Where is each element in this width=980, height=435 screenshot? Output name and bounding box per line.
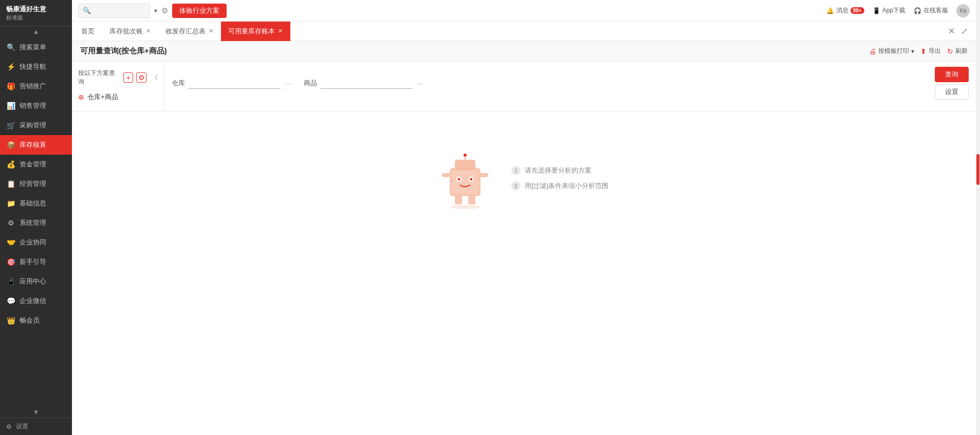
page-content: 可用量查询(按仓库+商品) 🖨 按模板打印 ▾ ⬆ 导出 ↻ 刷新 (72, 41, 976, 435)
scrollbar-thumb[interactable] (976, 154, 979, 185)
box-icon: 📦 (6, 140, 15, 149)
tab-available-ledger-label: 可用量库存账本 (228, 27, 275, 36)
message-btn[interactable]: 🔔 消息 99+ (826, 6, 864, 15)
right-scrollbar[interactable] (976, 0, 980, 435)
app-download-btn[interactable]: 📱 App下载 (873, 6, 905, 15)
tab-home[interactable]: 首页 (74, 22, 102, 41)
svg-point-5 (470, 178, 472, 181)
svg-rect-1 (452, 171, 478, 194)
topbar-dropdown[interactable]: ▾ (154, 7, 157, 14)
sidebar-item-marketing[interactable]: 🎁 营销推广 (0, 77, 72, 96)
sidebar-scroll-up[interactable]: ▲ (0, 26, 72, 37)
settings-btn[interactable]: 设置 (935, 84, 969, 100)
tab-collect-summary[interactable]: 收发存汇总表 ✕ (158, 22, 221, 41)
goods-more-btn[interactable]: ··· (416, 79, 426, 88)
gift-icon: 🎁 (6, 82, 15, 91)
sidebar-item-label: 基础信息 (20, 199, 46, 208)
user-name: Rit (959, 8, 966, 14)
sidebar-item-label: 搜索菜单 (20, 43, 46, 52)
query-left-panel: 按以下方案查询 + ⚙ 《 ⊕ 仓库+商品 (72, 62, 164, 111)
wechat-icon: 💬 (6, 296, 15, 306)
sidebar-item-label: 系统管理 (20, 218, 46, 228)
add-scheme-btn[interactable]: + (123, 72, 134, 83)
goods-field-label: 商品 (304, 79, 317, 88)
handshake-icon: 🤝 (6, 238, 15, 247)
sidebar-item-member[interactable]: 👑 畅会员 (0, 311, 72, 330)
sidebar-item-label: 经营管理 (20, 179, 46, 188)
print-dropdown-icon: ▾ (911, 48, 914, 55)
tab-collect-summary-close[interactable]: ✕ (209, 28, 213, 34)
sidebar-item-label: 企业协同 (20, 238, 46, 247)
settings-icon: ⚙ (6, 423, 12, 430)
export-btn[interactable]: ⬆ 导出 (920, 47, 941, 55)
scheme-icon: ⊕ (78, 93, 84, 101)
sidebar-item-enterprise[interactable]: 🤝 企业协同 (0, 233, 72, 252)
collapse-left-btn[interactable]: 《 (152, 73, 158, 82)
empty-state: 1 请先选择要分析的方案 2 用[过滤]条件来缩小分析范围 (72, 111, 976, 245)
tab-available-ledger-close[interactable]: ✕ (278, 28, 283, 34)
svg-point-4 (457, 178, 460, 181)
topbar-search-input[interactable] (93, 7, 144, 14)
sidebar-item-new-guide[interactable]: 🎯 新手引导 (0, 252, 72, 272)
sidebar-item-sales[interactable]: 📊 销售管理 (0, 96, 72, 116)
query-btn[interactable]: 查询 (935, 67, 969, 82)
money-icon: 💰 (6, 160, 15, 169)
sidebar-item-system[interactable]: ⚙ 系统管理 (0, 213, 72, 233)
topbar-gear-icon[interactable]: ⚙ (161, 6, 168, 15)
query-field-goods: 商品 ··· (304, 78, 426, 89)
target-icon: 🎯 (6, 257, 15, 267)
sidebar-item-wechat[interactable]: 💬 企业微信 (0, 291, 72, 311)
sidebar-item-label: 快捷导航 (20, 62, 46, 71)
sidebar-item-finance[interactable]: 💰 资金管理 (0, 155, 72, 174)
tab-batch-ledger[interactable]: 库存批次账 ✕ (102, 22, 158, 41)
sidebar-item-basic-info[interactable]: 📁 基础信息 (0, 194, 72, 213)
topbar: 🔍 ▾ ⚙ 体验行业方案 🔔 消息 99+ 📱 App下载 🎧 在线客服 (72, 0, 976, 22)
query-right-panel: 仓库 ··· 商品 ··· 查询 设置 (164, 62, 976, 111)
tab-expand-btn[interactable]: ⤢ (959, 24, 970, 38)
topbar-search-box[interactable]: 🔍 (78, 4, 150, 18)
tab-batch-ledger-close[interactable]: ✕ (146, 28, 151, 34)
warehouse-field-label: 仓库 (172, 79, 185, 88)
query-section-label: 按以下方案查询 (78, 69, 120, 86)
goods-field-input[interactable] (320, 78, 413, 89)
online-service-btn[interactable]: 🎧 在线客服 (914, 6, 948, 15)
warehouse-field-input[interactable] (188, 78, 281, 89)
tabs-bar: 首页 库存批次账 ✕ 收发存汇总表 ✕ 可用量库存账本 ✕ ✕ ⤢ (72, 22, 976, 41)
gear-icon: ⚙ (6, 218, 15, 228)
sidebar-item-quick-nav[interactable]: ⚡ 快捷导航 (0, 57, 72, 77)
page-header-actions: 🖨 按模板打印 ▾ ⬆ 导出 ↻ 刷新 (869, 47, 968, 55)
sidebar-item-operation[interactable]: 📋 经营管理 (0, 174, 72, 194)
tab-close-btn[interactable]: ✕ (946, 24, 957, 38)
sidebar-item-search[interactable]: 🔍 搜索菜单 (0, 37, 72, 57)
bell-icon: 🔔 (826, 7, 834, 14)
sidebar-scroll-down[interactable]: ▼ (0, 406, 72, 418)
print-template-btn[interactable]: 🖨 按模板打印 ▾ (869, 47, 914, 55)
export-icon: ⬆ (920, 47, 927, 55)
topbar-search-icon: 🔍 (83, 7, 91, 14)
svg-rect-11 (455, 195, 462, 204)
crown-icon: 👑 (6, 316, 15, 325)
query-section: 按以下方案查询 + ⚙ 《 ⊕ 仓库+商品 仓库 ··· (72, 62, 976, 111)
sidebar-item-purchase[interactable]: 🛒 采购管理 (0, 116, 72, 135)
sidebar-bottom[interactable]: ⚙ 设置 (0, 418, 72, 435)
hint-text-1: 请先选择要分析的方案 (525, 166, 591, 175)
tab-available-ledger[interactable]: 可用量库存账本 ✕ (221, 22, 290, 41)
manage-scheme-btn[interactable]: ⚙ (136, 72, 146, 83)
user-menu[interactable]: Rit (956, 4, 970, 17)
main-area: 🔍 ▾ ⚙ 体验行业方案 🔔 消息 99+ 📱 App下载 🎧 在线客服 (72, 0, 976, 435)
empty-illustration (439, 153, 491, 204)
tab-collect-summary-label: 收发存汇总表 (165, 27, 206, 36)
sidebar-item-label: 营销推广 (20, 82, 46, 91)
chevron-down-icon: ▾ (154, 7, 157, 14)
export-label: 导出 (929, 47, 941, 55)
scheme-item-warehouse-goods[interactable]: ⊕ 仓库+商品 (72, 88, 164, 106)
sidebar-item-inventory[interactable]: 📦 库存核算 (0, 135, 72, 155)
warehouse-more-btn[interactable]: ··· (284, 79, 293, 88)
search-icon: 🔍 (6, 43, 15, 52)
message-label: 消息 (836, 6, 848, 15)
svg-rect-6 (455, 160, 475, 170)
trial-btn[interactable]: 体验行业方案 (172, 4, 227, 18)
refresh-btn[interactable]: ↻ 刷新 (947, 47, 968, 55)
tabs-right-actions: ✕ ⤢ (946, 24, 974, 38)
sidebar-item-app-center[interactable]: 📱 应用中心 (0, 272, 72, 291)
